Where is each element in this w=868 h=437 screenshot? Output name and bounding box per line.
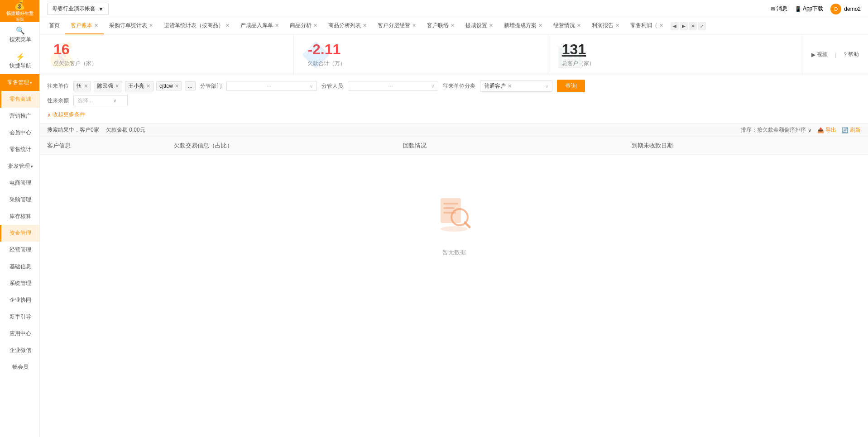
sidebar-item-retail-mgmt[interactable]: 零售管理 ▾ xyxy=(0,74,39,91)
sidebar-item-marketing[interactable]: 营销推广 xyxy=(0,108,39,124)
sidebar-item-member[interactable]: 畅会员 xyxy=(0,359,39,375)
sidebar-item-search[interactable]: 🔍 搜索菜单 xyxy=(0,22,39,48)
sidebar-item-ecommerce[interactable]: 电商管理 xyxy=(0,175,39,191)
unit-class-tag-close[interactable]: ✕ xyxy=(508,83,512,89)
tab-cost-instock[interactable]: 产成品入库单 ✕ xyxy=(235,18,284,34)
sort-dropdown[interactable]: 排序：按欠款金额倒序排序 ∨ xyxy=(741,126,812,134)
results-bar: 搜索结果中，客户0家 欠款金额 0.00元 排序：按欠款金额倒序排序 ∨ 📤 导… xyxy=(40,124,868,137)
tab-cost-instock-label: 产成品入库单 xyxy=(240,22,273,29)
tab-product-analysis-list-close[interactable]: ✕ xyxy=(363,23,367,28)
sidebar-item-retail-stat[interactable]: 零售统计 xyxy=(0,141,39,158)
tab-instock-stat[interactable]: 进货单统计表（按商品） ✕ xyxy=(158,18,235,34)
tab-profit-report-close[interactable]: ✕ xyxy=(615,23,619,28)
tab-profit-report[interactable]: 利润报告 ✕ xyxy=(586,18,625,34)
sidebar-item-new-guide[interactable]: 新手引导 xyxy=(0,309,39,325)
sidebar-item-enterprise[interactable]: 企业协同 xyxy=(0,292,39,309)
filter-unit-class-input[interactable]: 普通客户 ✕ ∨ xyxy=(480,81,552,92)
tab-home[interactable]: 首页 xyxy=(43,18,65,34)
col-due-date: 到期未收款日期 xyxy=(632,142,861,150)
messages-btn[interactable]: ✉ 消息 xyxy=(771,5,787,13)
video-link[interactable]: ▶ 视频 xyxy=(811,51,828,58)
col-repayment: 回款情况 xyxy=(403,142,632,150)
export-icon: 📤 xyxy=(817,127,824,133)
tab-improve-settings-label: 提成设置 xyxy=(465,22,487,29)
tab-cost-instock-close[interactable]: ✕ xyxy=(275,23,279,28)
tab-prev-btn[interactable]: ◀ xyxy=(671,22,679,30)
sidebar-item-purchase[interactable]: 采购管理 xyxy=(0,191,39,208)
collapse-arrow-icon: ∧ xyxy=(47,112,51,118)
sidebar-item-basic-info[interactable]: 基础信息 xyxy=(0,258,39,275)
avatar: D xyxy=(830,4,841,14)
query-button[interactable]: 查询 xyxy=(557,80,585,92)
sidebar-label-search: 搜索菜单 xyxy=(10,36,31,43)
sidebar-item-operations[interactable]: 经营管理 xyxy=(0,242,39,258)
tab-business-status-close[interactable]: ✕ xyxy=(577,23,581,28)
stat-total-customers: 💰 16 总欠款客户（家） xyxy=(40,34,294,75)
refresh-btn[interactable]: 🔄 刷新 xyxy=(842,126,861,134)
filter-unit-label: 往来单位 xyxy=(47,82,69,90)
tab-next-btn[interactable]: ▶ xyxy=(680,22,688,30)
sidebar-item-member-center[interactable]: 会员中心 xyxy=(0,124,39,141)
sidebar-item-batch-mgmt[interactable]: 批发管理 ▾ xyxy=(0,158,39,175)
tab-home-label: 首页 xyxy=(49,22,60,29)
filter-tag-more[interactable]: ... xyxy=(185,81,196,90)
sidebar-item-app-center[interactable]: 应用中心 xyxy=(0,325,39,342)
sidebar-item-quick-nav[interactable]: ⚡ 快捷导航 xyxy=(0,48,39,74)
empty-icon xyxy=(432,189,477,243)
tab-expand-btn[interactable]: ⤢ xyxy=(698,22,706,30)
sidebar-label-basic-info: 基础信息 xyxy=(10,263,31,271)
tab-customer-link-label: 客户联络 xyxy=(427,22,449,29)
collapse-btn[interactable]: ∧ 收起更多条件 xyxy=(47,111,861,119)
sidebar-item-finance[interactable]: 资金管理 xyxy=(0,225,39,242)
sidebar-item-retail-mall[interactable]: 零售商城 xyxy=(0,91,39,108)
refresh-icon: 🔄 xyxy=(842,127,849,133)
svg-point-0 xyxy=(441,226,468,232)
filter-balance-select[interactable]: 选择... ∨ xyxy=(73,95,128,106)
tab-customer-link[interactable]: 客户联络 ✕ xyxy=(422,18,460,34)
tab-customer-link-close[interactable]: ✕ xyxy=(451,23,455,28)
tab-instock-stat-close[interactable]: ✕ xyxy=(225,23,230,28)
dept-dots[interactable]: ··· xyxy=(267,83,272,89)
help-icon: ? xyxy=(844,52,847,58)
empty-illustration xyxy=(432,189,477,234)
export-btn[interactable]: 📤 导出 xyxy=(817,126,836,134)
filter-tag-cjttcw: cjttcw ✕ xyxy=(156,81,182,90)
tab-product-analysis-close[interactable]: ✕ xyxy=(313,23,317,28)
filter-tag-wang-close[interactable]: ✕ xyxy=(146,83,150,89)
filter-person-input[interactable]: ··· ∨ xyxy=(348,81,438,91)
main-area: 母婴行业演示帐套 ▼ ✉ 消息 📱 App下载 D demo2 首页 xyxy=(40,0,868,437)
tab-purchase-order-close[interactable]: ✕ xyxy=(149,23,153,28)
app-download-btn[interactable]: 📱 App下载 xyxy=(795,5,823,13)
filter-tag-cjttcw-close[interactable]: ✕ xyxy=(175,83,179,89)
app-download-label: App下载 xyxy=(803,5,823,13)
filter-tag-chen-close[interactable]: ✕ xyxy=(115,83,119,89)
sidebar-item-system[interactable]: 系统管理 xyxy=(0,275,39,292)
table-header: 客户信息 欠款交易信息（占比） 回款情况 到期未收款日期 xyxy=(40,137,868,155)
message-icon: ✉ xyxy=(771,6,775,12)
tab-customer-close[interactable]: ✕ xyxy=(94,23,98,28)
tab-business-status[interactable]: 经营情况 ✕ xyxy=(548,18,586,34)
tab-new-improve-close[interactable]: ✕ xyxy=(538,23,542,28)
account-dropdown[interactable]: 母婴行业演示帐套 ▼ xyxy=(47,3,109,15)
tab-retail-profit[interactable]: 零售利润（ ✕ xyxy=(625,18,669,34)
tab-close-all-btn[interactable]: ✕ xyxy=(689,22,697,30)
user-area[interactable]: D demo2 xyxy=(830,4,861,14)
sidebar-item-wechat[interactable]: 企业微信 xyxy=(0,342,39,359)
tab-product-analysis-list[interactable]: 商品分析列表 ✕ xyxy=(323,18,372,34)
filter-dept-input[interactable]: ··· ∨ xyxy=(226,81,317,91)
tab-customer[interactable]: 客户账本 ✕ xyxy=(65,18,104,34)
tab-customer-segment[interactable]: 客户分层经营 ✕ xyxy=(372,18,422,34)
person-dots[interactable]: ··· xyxy=(388,83,393,89)
sidebar-item-inventory[interactable]: 库存核算 xyxy=(0,208,39,225)
tab-new-improve[interactable]: 新增提成方案 ✕ xyxy=(499,18,548,34)
tab-improve-settings[interactable]: 提成设置 ✕ xyxy=(460,18,499,34)
tab-improve-settings-close[interactable]: ✕ xyxy=(489,23,493,28)
tab-product-analysis[interactable]: 商品分析 ✕ xyxy=(284,18,323,34)
tab-purchase-order[interactable]: 采购订单统计表 ✕ xyxy=(104,18,158,34)
filter-area: 往来单位 伍 ✕ 陈民强 ✕ 王小亮 ✕ cjttcw xyxy=(40,75,868,124)
filter-tag-wu-close[interactable]: ✕ xyxy=(84,83,88,89)
search-icon: 🔍 xyxy=(16,26,25,35)
tab-customer-segment-close[interactable]: ✕ xyxy=(412,23,416,28)
tab-retail-profit-close[interactable]: ✕ xyxy=(659,23,663,28)
help-link[interactable]: ? 帮助 xyxy=(844,51,859,58)
